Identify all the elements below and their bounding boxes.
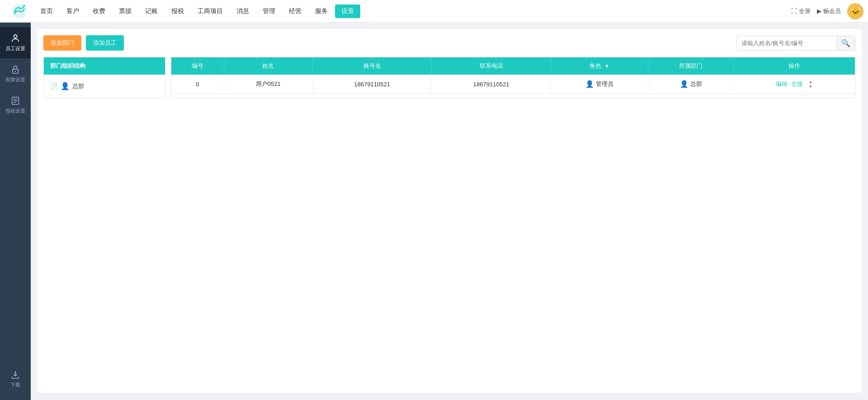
col-dept: 所属部门 — [648, 57, 733, 75]
top-nav: 首页 客户 收费 票据 记账 报税 工商项目 消息 管理 经营 服务 设置 ⛶ … — [0, 0, 868, 23]
svg-rect-5 — [14, 34, 16, 36]
dept-tree-body: 📄 👤 总部 — [44, 75, 165, 98]
svg-point-3 — [24, 5, 25, 6]
dept-user-icon-row: 👤 — [680, 80, 689, 88]
svg-point-7 — [15, 71, 16, 72]
sidebar-item-permission[interactable]: 权限设置 — [0, 58, 31, 89]
nav-operation[interactable]: 经营 — [283, 5, 308, 18]
arrow-up[interactable]: ▲ — [808, 79, 813, 84]
nav-bill[interactable]: 票据 — [113, 5, 138, 18]
transfer-button[interactable]: 交接 — [791, 80, 803, 88]
cell-id: 0 — [171, 75, 224, 94]
staff-table: 编号 姓名 账号名 联系电话 角色 ▼ 所属部门 操作 — [171, 57, 855, 98]
sidebar-item-download[interactable]: 下载 — [0, 363, 31, 395]
dept-file-icon: 📄 — [50, 83, 58, 90]
cell-dept: 👤 总部 — [648, 75, 733, 94]
employee-table: 编号 姓名 账号名 联系电话 角色 ▼ 所属部门 操作 — [171, 57, 855, 94]
role-filter-icon[interactable]: ▼ — [604, 63, 609, 69]
search-icon: 🔍 — [841, 39, 850, 47]
cell-phone: 18679110521 — [432, 75, 551, 94]
main-content: 添加部门 添加员工 🔍 部门组织结构 📄 👤 总部 — [31, 23, 868, 400]
nav-settings[interactable]: 设置 — [335, 5, 360, 18]
sidebar-item-tax-label: 报税设置 — [5, 108, 25, 114]
avatar[interactable]: 🐱 — [847, 3, 863, 19]
dept-tree: 部门组织结构 📄 👤 总部 — [43, 57, 165, 98]
col-action: 操作 — [733, 57, 855, 75]
nav-home[interactable]: 首页 — [34, 5, 59, 18]
dept-tree-header: 部门组织结构 — [44, 57, 165, 75]
dept-user-icon: 👤 — [61, 82, 70, 90]
toolbar: 添加部门 添加员工 🔍 — [43, 35, 855, 51]
svg-point-2 — [19, 7, 20, 9]
search-area: 🔍 — [736, 36, 855, 51]
search-button[interactable]: 🔍 — [836, 36, 855, 50]
vip-icon: ▶ — [817, 8, 821, 14]
table-row: 0 用户0521 18679110521 18679110521 👤 管理员 — [171, 75, 855, 94]
nav-accounting[interactable]: 记账 — [139, 5, 164, 18]
col-account: 账号名 — [312, 57, 432, 75]
dept-item-general[interactable]: 📄 👤 总部 — [48, 79, 160, 93]
nav-right: ⛶ 全屏 ▶ 畅会员 🐱 — [791, 3, 863, 19]
content-area: 添加部门 添加员工 🔍 部门组织结构 📄 👤 总部 — [37, 29, 862, 393]
sidebar-item-staff[interactable]: 员工设置 — [0, 27, 31, 58]
cell-account: 18679110521 — [312, 75, 432, 94]
col-id: 编号 — [171, 57, 224, 75]
sidebar-item-permission-label: 权限设置 — [5, 76, 25, 83]
nav-customer[interactable]: 客户 — [60, 5, 85, 18]
fullscreen-label: 全屏 — [799, 7, 811, 15]
table-wrapper: 部门组织结构 📄 👤 总部 编号 姓名 账号名 — [43, 57, 855, 98]
role-user-icon: 👤 — [585, 80, 594, 88]
col-name: 姓名 — [224, 57, 312, 75]
sidebar: 员工设置 权限设置 报税设置 下载 — [0, 23, 31, 400]
edit-button[interactable]: 编辑 — [776, 80, 788, 88]
col-role: 角色 ▼ — [551, 57, 648, 75]
nav-manage[interactable]: 管理 — [256, 5, 282, 18]
cell-actions: 编辑 交接 ▲ ▼ — [733, 75, 855, 94]
col-phone: 联系电话 — [432, 57, 551, 75]
logo — [5, 3, 34, 19]
sidebar-item-tax-settings[interactable]: 报税设置 — [0, 89, 31, 121]
svg-point-1 — [14, 10, 15, 12]
add-dept-button[interactable]: 添加部门 — [43, 35, 81, 51]
role-label: 管理员 — [596, 80, 613, 88]
fullscreen-icon: ⛶ — [791, 8, 797, 14]
vip-label: 畅会员 — [823, 7, 841, 15]
nav-tax[interactable]: 报税 — [165, 5, 190, 18]
cell-name: 用户0521 — [224, 75, 312, 94]
nav-service[interactable]: 服务 — [309, 5, 334, 18]
dept-item-label: 总部 — [72, 82, 84, 90]
arrow-down[interactable]: ▼ — [808, 84, 813, 89]
search-input[interactable] — [737, 37, 836, 49]
vip-button[interactable]: ▶ 畅会员 — [817, 7, 841, 15]
add-staff-button[interactable]: 添加员工 — [86, 35, 124, 51]
row-arrows: ▲ ▼ — [808, 79, 813, 89]
cell-role: 👤 管理员 — [551, 75, 648, 94]
nav-message[interactable]: 消息 — [230, 5, 255, 18]
nav-business[interactable]: 工商项目 — [191, 5, 229, 18]
nav-fee[interactable]: 收费 — [86, 5, 112, 18]
table-header-row: 编号 姓名 账号名 联系电话 角色 ▼ 所属部门 操作 — [171, 57, 855, 75]
sidebar-item-staff-label: 员工设置 — [5, 45, 25, 52]
dept-label: 总部 — [690, 80, 702, 88]
sidebar-download-label: 下载 — [10, 381, 20, 388]
nav-items: 首页 客户 收费 票据 记账 报税 工商项目 消息 管理 经营 服务 设置 — [34, 5, 791, 18]
fullscreen-button[interactable]: ⛶ 全屏 — [791, 7, 811, 15]
